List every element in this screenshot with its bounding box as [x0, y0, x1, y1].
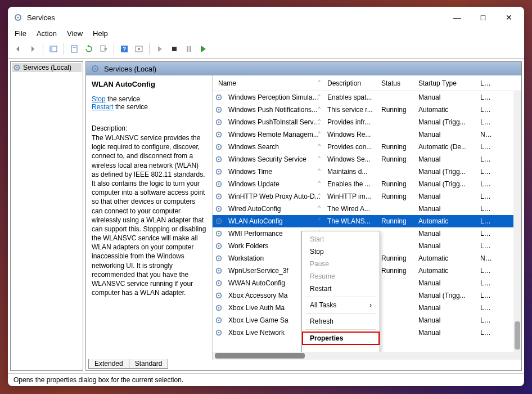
cell-description: The WLANS...	[324, 217, 378, 225]
export-button[interactable]	[97, 42, 110, 56]
service-row[interactable]: Windows PushToInstall Servi...Provides i…	[213, 116, 521, 128]
service-row[interactable]: Windows Remote Managem...Windows Re...Ma…	[213, 128, 521, 141]
gear-icon	[215, 106, 223, 114]
gear-icon	[215, 205, 223, 213]
ctx-divider	[305, 347, 376, 347]
gear-icon	[215, 267, 223, 275]
help-toolbar-button[interactable]: ?	[118, 42, 131, 56]
gear-icon	[215, 155, 223, 163]
ctx-refresh[interactable]: Refresh	[302, 315, 380, 328]
cell-startup: Manual	[415, 316, 477, 324]
service-row[interactable]: Windows TimeMaintains d...Manual (Trigg.…	[213, 165, 521, 178]
refresh-button[interactable]	[82, 42, 96, 56]
ctx-properties[interactable]: Properties	[302, 332, 380, 345]
gear-icon	[215, 93, 223, 101]
cell-description: Provides con...	[324, 143, 378, 151]
list-pane: Name Description Status Startup Type Log…	[213, 75, 521, 360]
cell-logon: Loc	[477, 118, 494, 126]
col-status[interactable]: Status	[378, 79, 415, 87]
ctx-help[interactable]: Help	[302, 349, 380, 352]
cell-logon: Loc	[477, 180, 494, 188]
menu-help[interactable]: Help	[93, 29, 108, 38]
svg-rect-4	[71, 46, 77, 52]
scrollbar-thumb[interactable]	[515, 321, 520, 350]
play-button[interactable]	[153, 42, 166, 56]
cell-startup: Manual	[415, 230, 477, 238]
cell-startup: Manual	[415, 304, 477, 312]
cell-description: WinHTTP im...	[324, 192, 378, 200]
service-row[interactable]: Windows UpdateEnables the ...RunningManu…	[213, 178, 521, 190]
cell-name: Windows Remote Managem...	[225, 131, 324, 138]
cell-status: Running	[378, 192, 415, 200]
ctx-restart[interactable]: Restart	[302, 283, 380, 295]
svg-rect-14	[201, 46, 202, 52]
service-row[interactable]: Wired AutoConfigThe Wired A...ManualLoc	[213, 203, 521, 215]
service-row[interactable]: Windows Perception Simulati...Enables sp…	[213, 91, 521, 104]
col-startup[interactable]: Startup Type	[415, 79, 477, 87]
cell-logon: Loc	[477, 192, 494, 200]
tree-pane: Services (Local)	[10, 61, 83, 371]
context-menu: Start Stop Pause Resume Restart All Task…	[301, 231, 380, 352]
properties-toolbar-button[interactable]	[67, 42, 81, 56]
tool-button[interactable]	[132, 42, 146, 56]
menu-file[interactable]: File	[15, 29, 26, 38]
tree-root-item[interactable]: Services (Local)	[12, 63, 82, 72]
tab-standard[interactable]: Standard	[129, 359, 169, 369]
titlebar: Services ― □ ✕	[8, 7, 524, 28]
horizontal-scrollbar[interactable]	[213, 352, 521, 360]
pause-button[interactable]	[182, 42, 196, 56]
gear-icon	[215, 254, 223, 262]
cell-startup: Manual	[415, 192, 477, 200]
hscroll-thumb[interactable]	[215, 353, 305, 359]
cell-logon: Loc	[477, 304, 494, 312]
service-row[interactable]: Windows Security ServiceWindows Se...Run…	[213, 153, 521, 165]
stop-link[interactable]: Stop	[92, 95, 106, 103]
service-row[interactable]: WLAN AutoConfigThe WLANS...RunningAutoma…	[213, 215, 521, 227]
cell-name: WinHTTP Web Proxy Auto-D...	[225, 192, 324, 200]
forward-button[interactable]	[26, 42, 39, 56]
cell-startup: Manual (Trigg...	[415, 118, 477, 126]
cell-startup: Manual	[415, 131, 477, 138]
restart-link[interactable]: Restart	[92, 103, 114, 111]
maximize-button[interactable]: □	[470, 7, 496, 28]
menu-action[interactable]: Action	[37, 29, 57, 38]
cell-logon: Loc	[477, 279, 494, 287]
ctx-all-tasks[interactable]: All Tasks›	[302, 299, 380, 311]
col-logon[interactable]: Log	[477, 79, 494, 87]
service-row[interactable]: Windows Push Notifications...This servic…	[213, 104, 521, 116]
col-description[interactable]: Description	[324, 79, 378, 87]
show-hide-tree-button[interactable]	[47, 42, 60, 56]
list-header: Services (Local)	[86, 62, 521, 75]
cell-name: Wired AutoConfig	[225, 205, 324, 213]
minimize-button[interactable]: ―	[444, 7, 470, 28]
gear-icon	[215, 329, 223, 337]
menu-view[interactable]: View	[67, 29, 83, 38]
statusbar: Opens the properties dialog box for the …	[8, 373, 524, 386]
description-label: Description:	[92, 124, 206, 132]
ctx-start: Start	[302, 233, 380, 245]
tab-extended[interactable]: Extended	[88, 359, 129, 369]
cell-startup: Manual (Trigg...	[415, 292, 477, 299]
panes: WLAN AutoConfig Stop the service Restart…	[86, 75, 521, 360]
ctx-divider	[305, 297, 376, 297]
vertical-scrollbar[interactable]	[513, 91, 521, 352]
cell-startup: Automatic (De...	[415, 143, 477, 151]
close-button[interactable]: ✕	[496, 7, 522, 28]
cell-logon: Loc	[477, 230, 494, 238]
service-row[interactable]: Windows SearchProvides con...RunningAuto…	[213, 141, 521, 153]
cell-startup: Manual (Trigg...	[415, 168, 477, 176]
restart-toolbar-button[interactable]	[197, 42, 210, 56]
back-button[interactable]	[11, 42, 25, 56]
description-text: The WLANSVC service provides the logic r…	[92, 133, 206, 297]
cell-name: Windows Push Notifications...	[225, 106, 324, 114]
cell-name: Windows Security Service	[225, 155, 324, 163]
service-row[interactable]: WinHTTP Web Proxy Auto-D...WinHTTP im...…	[213, 190, 521, 203]
cell-status: Running	[378, 217, 415, 225]
stop-link-line: Stop the service	[92, 95, 206, 103]
stop-button[interactable]	[168, 42, 181, 56]
cell-description: Enables spat...	[324, 93, 378, 101]
cell-name: WLAN AutoConfig	[225, 217, 324, 225]
ctx-stop[interactable]: Stop	[302, 245, 380, 258]
cell-startup: Manual	[415, 155, 477, 163]
col-name[interactable]: Name	[215, 79, 324, 87]
